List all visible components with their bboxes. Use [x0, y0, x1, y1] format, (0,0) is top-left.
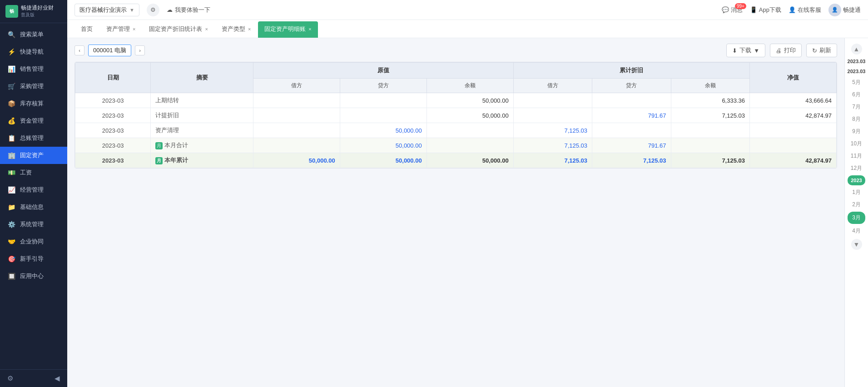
sidebar-item-13[interactable]: 🎯新手引导: [0, 250, 67, 268]
cell-orig-credit: [340, 108, 427, 123]
header-right: 💬 消息 99+ 📱 App下载 👤 在线客服 👤 畅捷通: [722, 4, 861, 16]
tab-close-4[interactable]: ×: [308, 26, 311, 32]
timeline-month-5[interactable]: 5月: [845, 76, 868, 89]
refresh-btn[interactable]: ↻ 刷新: [806, 44, 837, 57]
company-selector[interactable]: 医疗器械行业演示 ▼: [74, 4, 139, 16]
tab-1[interactable]: 资产管理×: [100, 21, 142, 38]
sidebar-item-7[interactable]: 🏢固定资产: [0, 147, 67, 164]
prev-asset-btn[interactable]: ‹: [74, 45, 84, 55]
online-service-btn[interactable]: 👤 在线客服: [789, 6, 821, 14]
sidebar-icon-1: ⚡: [7, 48, 15, 55]
header-settings-btn[interactable]: ⚙: [147, 4, 159, 16]
cell-date: 2023-03: [75, 123, 151, 138]
sidebar-item-9[interactable]: 📈经营管理: [0, 181, 67, 198]
timeline-month-11[interactable]: 11月: [845, 150, 868, 162]
timeline-year-header-2: 2023.03: [845, 66, 868, 76]
timeline-month-6[interactable]: 6月: [845, 89, 868, 101]
tab-close-1[interactable]: ×: [133, 26, 135, 32]
cell-orig-balance: 50,000.00: [427, 93, 513, 108]
refresh-icon: ↻: [812, 47, 817, 54]
timeline-month-8[interactable]: 8月: [845, 113, 868, 125]
collapse-sidebar-icon[interactable]: ◀: [55, 374, 60, 382]
sidebar: 畅 畅捷通好业财 普及版 🔍搜索菜单⚡快捷导航📊销售管理🛒采购管理📦库存核算💰资…: [0, 0, 67, 387]
print-btn[interactable]: 🖨 打印: [770, 44, 802, 57]
experience-button[interactable]: ☁ 我要体验一下: [167, 6, 210, 14]
download-btn[interactable]: ⬇ 下载 ▼: [726, 44, 765, 57]
message-btn[interactable]: 💬 消息 99+: [722, 6, 743, 14]
sidebar-label-8: 工资: [20, 169, 32, 177]
timeline-month-4[interactable]: 4月: [845, 225, 868, 237]
sidebar-item-1[interactable]: ⚡快捷导航: [0, 43, 67, 60]
timeline-up-btn[interactable]: ▲: [851, 44, 862, 55]
cell-desc: 上期结转: [151, 93, 253, 108]
sidebar-item-4[interactable]: 📦库存核算: [0, 95, 67, 112]
sidebar-label-1: 快捷导航: [20, 48, 44, 56]
sidebar-label-7: 固定资产: [20, 151, 44, 159]
cell-orig-debit: 50,000.00: [253, 153, 340, 168]
sidebar-icon-9: 📈: [7, 186, 15, 194]
tab-0[interactable]: 首页: [74, 21, 99, 38]
tab-label-0: 首页: [81, 25, 93, 33]
sidebar-icon-4: 📦: [7, 100, 15, 107]
timeline-month-12[interactable]: 12月: [845, 162, 868, 174]
cell-orig-credit: 50,000.00: [340, 123, 427, 138]
sidebar-label-0: 搜索菜单: [20, 30, 44, 39]
sidebar-item-11[interactable]: ⚙️系统管理: [0, 216, 67, 233]
sidebar-item-2[interactable]: 📊销售管理: [0, 60, 67, 78]
sidebar-label-11: 系统管理: [20, 220, 44, 228]
sidebar-item-12[interactable]: 🤝企业协同: [0, 233, 67, 250]
cell-acc-balance: 6,333.36: [671, 93, 749, 108]
refresh-label: 刷新: [819, 46, 831, 55]
tab-close-2[interactable]: ×: [205, 26, 208, 32]
print-icon: 🖨: [776, 47, 782, 54]
table-header-top: 日期 摘要 原值 累计折旧 净值: [75, 63, 837, 79]
sidebar-item-14[interactable]: 🔲应用中心: [0, 268, 67, 285]
cell-orig-debit: [253, 138, 340, 153]
page-content: ‹ 000001 电脑 › ⬇ 下载 ▼ 🖨 打印 ↻: [67, 38, 844, 387]
timeline-month-1[interactable]: 1月: [845, 186, 868, 198]
sidebar-item-6[interactable]: 📋总账管理: [0, 129, 67, 147]
timeline-year-2023[interactable]: 2023: [848, 175, 865, 185]
ledger-table: 日期 摘要 原值 累计折旧 净值 借方 贷方 余额 借方 贷方 余额: [75, 62, 837, 168]
sidebar-icon-5: 💰: [7, 117, 15, 124]
timeline-down-btn[interactable]: ▼: [851, 239, 862, 250]
timeline-month-10[interactable]: 10月: [845, 138, 868, 150]
timeline-month-2[interactable]: 2月: [845, 198, 868, 211]
settings-icon[interactable]: ⚙: [7, 374, 13, 382]
sidebar-icon-0: 🔍: [7, 31, 15, 38]
tab-close-3[interactable]: ×: [248, 26, 251, 32]
timeline-month-3-active[interactable]: 3月: [848, 212, 865, 224]
sidebar-icon-14: 🔲: [7, 273, 15, 280]
next-asset-btn[interactable]: ›: [135, 45, 145, 55]
sub-col-debit1: 借方: [253, 79, 340, 93]
message-icon: 💬: [722, 6, 729, 13]
user-area[interactable]: 👤 畅捷通: [828, 4, 861, 16]
tab-3[interactable]: 资产类型×: [215, 21, 257, 38]
sidebar-label-6: 总账管理: [20, 134, 44, 142]
sub-col-credit1: 贷方: [340, 79, 427, 93]
cell-orig-credit: 50,000.00: [340, 138, 427, 153]
sidebar-item-8[interactable]: 💵工资: [0, 164, 67, 181]
cell-acc-balance: 7,125.03: [671, 153, 749, 168]
app-download-btn[interactable]: 📱 App下载: [750, 6, 781, 14]
sidebar-item-0[interactable]: 🔍搜索菜单: [0, 26, 67, 43]
sidebar-item-10[interactable]: 📁基础信息: [0, 198, 67, 216]
cell-acc-debit: 7,125.03: [513, 123, 592, 138]
table-row: 2023-03 资产清理 50,000.00 7,125.03: [75, 123, 837, 138]
tab-4[interactable]: 固定资产明细账×: [258, 21, 317, 38]
cell-net-value: 43,666.64: [749, 93, 836, 108]
table-body: 2023-03 上期结转 50,000.00 6,333.36 43,666.6…: [75, 93, 837, 168]
content-area: ‹ 000001 电脑 › ⬇ 下载 ▼ 🖨 打印 ↻: [67, 38, 868, 387]
timeline-month-9[interactable]: 9月: [845, 125, 868, 138]
company-name: 医疗器械行业演示: [79, 6, 127, 14]
tab-label-2: 固定资产折旧统计表: [149, 25, 202, 33]
sidebar-label-13: 新手引导: [20, 255, 44, 263]
timeline-month-7[interactable]: 7月: [845, 101, 868, 113]
col-accumulated: 累计折旧: [513, 63, 749, 79]
experience-icon: ☁: [167, 6, 173, 13]
col-date: 日期: [75, 63, 151, 93]
sidebar-item-5[interactable]: 💰资金管理: [0, 112, 67, 129]
tab-2[interactable]: 固定资产折旧统计表×: [143, 21, 214, 38]
sidebar-item-3[interactable]: 🛒采购管理: [0, 78, 67, 95]
cell-acc-balance: 7,125.03: [671, 108, 749, 123]
